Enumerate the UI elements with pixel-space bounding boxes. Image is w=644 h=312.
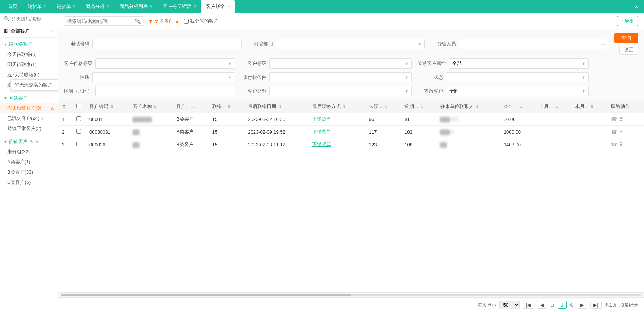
cell-checkbox[interactable] xyxy=(73,113,86,126)
settings-icon[interactable]: ⚙ xyxy=(62,104,66,109)
filter-region: 区域（地区） ··· xyxy=(64,86,235,96)
filter-dept-select[interactable]: ▼ xyxy=(276,39,425,49)
filter-region-label: 区域（地区） xyxy=(64,88,92,94)
tab-close-icon[interactable]: × xyxy=(193,4,196,9)
table-row: 1 000011 ██████ B类客户 15 2023-03-02 10:30… xyxy=(58,113,644,126)
contact-icon[interactable]: ☎ xyxy=(611,129,617,135)
sidebar-item-today-pending[interactable]: 今天待联络(0) xyxy=(0,49,58,60)
tab-close-icon[interactable]: × xyxy=(150,4,153,9)
cell-last-method[interactable]: 下销货单 xyxy=(309,113,365,126)
tab-close-icon[interactable]: × xyxy=(44,4,47,9)
cell-contact-person: ██ xyxy=(437,138,500,151)
last-page-button[interactable]: ▶| xyxy=(590,301,601,309)
cell-checkbox[interactable] xyxy=(73,138,86,151)
search-submit-icon[interactable]: 🔍 xyxy=(134,18,141,24)
my-customers-checkbox[interactable] xyxy=(184,19,189,24)
cell-code: 000026 xyxy=(86,138,129,151)
sidebar-item-declining[interactable]: 持续下滑客户(2) ? xyxy=(0,123,58,134)
filter-customer-level-select[interactable]: ▼ xyxy=(269,58,412,69)
more-actions-icon[interactable]: ⠿ xyxy=(619,116,623,122)
th-checkbox[interactable] xyxy=(73,100,86,113)
tab-customer-contact[interactable]: 客户联络 × xyxy=(201,0,235,13)
sidebar-item-7days-pending[interactable]: 近7天待联络(0) xyxy=(0,70,58,80)
sidebar-all-customers[interactable]: ⊞ 全部客户 « xyxy=(0,25,58,38)
filter-person-select[interactable]: ··· xyxy=(459,39,608,49)
window-close-button[interactable]: × xyxy=(632,2,641,11)
filter-customer-type: 客户类型 ▼ xyxy=(241,86,412,96)
tab-close-icon[interactable]: × xyxy=(227,4,230,9)
prev-page-button[interactable]: ◀ xyxy=(537,301,547,309)
cell-this-month xyxy=(572,126,607,138)
sidebar-item-churn-warning[interactable]: 流失预警客户(3) ⚠ xyxy=(0,103,58,113)
tab-close-icon[interactable]: × xyxy=(73,4,76,9)
tab-purchase-order[interactable]: 进货单 × xyxy=(52,0,81,13)
more-conditions-btn[interactable]: ▼ 更多条件 ▲ xyxy=(148,18,180,24)
cell-unlisted: 117 xyxy=(365,126,401,138)
th-contact-count: 联络... ⇅ xyxy=(209,100,244,113)
sidebar-group-pending-title[interactable]: ▼ 待联络客户 xyxy=(0,39,58,49)
settings-button[interactable]: 设置 xyxy=(619,45,638,55)
cell-last-method[interactable]: 下销货单 xyxy=(309,126,365,138)
query-button[interactable]: 查询 xyxy=(614,33,638,43)
filter-customer-type-select[interactable]: ▼ xyxy=(269,86,412,96)
sidebar-item-churned[interactable]: 已流失客户(24) ? xyxy=(0,113,58,123)
sidebar-item-ungrouped[interactable]: 未分组(32) xyxy=(0,147,58,157)
sidebar-group-problem-title[interactable]: ▼ 问题客户 xyxy=(0,93,58,103)
scrollbar-track[interactable] xyxy=(61,294,641,296)
first-page-button[interactable]: |◀ xyxy=(523,301,534,309)
filter-zero-attr-select[interactable]: 全部 ▼ xyxy=(449,58,589,69)
my-customers-filter[interactable]: 我分管的客户 xyxy=(184,18,218,24)
tab-product-analysis-list[interactable]: 商品分析列表 × xyxy=(114,0,158,13)
chevron-down-icon: ▼ xyxy=(4,96,7,100)
tab-product-analysis[interactable]: 商品分析 × xyxy=(81,0,114,13)
cell-checkbox[interactable] xyxy=(73,126,86,138)
more-icon[interactable]: ··· xyxy=(601,41,605,47)
filter-region-input[interactable]: ··· xyxy=(95,86,235,96)
scrollbar-thumb[interactable] xyxy=(61,294,351,296)
next-page-button[interactable]: ▶ xyxy=(577,301,587,309)
more-icon[interactable]: ··· xyxy=(228,89,232,94)
filter-payment-select[interactable]: ▼ xyxy=(269,72,412,82)
filter-zero-customer-select[interactable]: 全部 ▼ xyxy=(446,86,589,96)
cell-this-year: 1000.00 xyxy=(500,126,536,138)
sort-icon: ⇅ xyxy=(154,105,157,109)
sidebar-search-input[interactable] xyxy=(11,16,54,22)
filter-gender-select[interactable]: ▼ xyxy=(92,72,235,82)
tab-close-icon[interactable]: × xyxy=(107,4,109,9)
sidebar-item-tomorrow-pending[interactable]: 明天待联络(1) xyxy=(0,60,58,70)
search-input[interactable] xyxy=(67,19,133,24)
filter-price-level-select[interactable]: ▼ xyxy=(95,58,235,69)
filter-phone-label: 电话号码 xyxy=(64,41,89,47)
refresh-icon[interactable]: ↻ xyxy=(30,139,34,145)
export-button[interactable]: ↑ 导出 xyxy=(617,16,639,26)
more-actions-icon[interactable]: ⠿ xyxy=(619,129,623,135)
row-checkbox[interactable] xyxy=(76,142,81,146)
filter-row-3: 性质 ▼ 收付款条件 ▼ 状态 xyxy=(64,72,638,82)
filter-status-select[interactable]: ▼ xyxy=(446,72,589,82)
sidebar-group-value-title[interactable]: ▼ 价值客户 ↻ ✏ xyxy=(0,137,58,147)
horizontal-scrollbar[interactable] xyxy=(58,292,644,297)
edit-icon[interactable]: ✏ xyxy=(35,139,39,145)
filter-phone-input[interactable] xyxy=(92,39,242,49)
pagination-bar: 每页显示 50 100 |◀ ◀ 页 1 页 ▶ ▶| 共1页，3条记录 xyxy=(58,297,644,312)
sidebar-item-class-c[interactable]: C类客户(6) xyxy=(0,177,58,187)
tab-customer-tier[interactable]: 客户分层经营 × xyxy=(158,0,201,13)
per-page-select[interactable]: 50 100 xyxy=(499,301,520,309)
cell-type: B类客户 xyxy=(173,126,208,138)
tab-home[interactable]: 首页 xyxy=(3,0,23,13)
cell-name: ██ xyxy=(129,138,173,151)
question-icon: ? xyxy=(41,116,44,121)
select-all-checkbox[interactable] xyxy=(76,104,81,108)
tab-sales-order[interactable]: 销货单 × xyxy=(23,0,52,13)
contact-icon[interactable]: ☎ xyxy=(611,116,617,122)
sidebar-item-class-a[interactable]: A类客户(1) xyxy=(0,157,58,167)
contact-icon[interactable]: ☎ xyxy=(611,142,617,147)
cell-last-method[interactable]: 下销货单 xyxy=(309,138,365,151)
sidebar-item-class-b[interactable]: B类客户(33) xyxy=(0,167,58,177)
th-settings[interactable]: ⚙ xyxy=(58,100,73,113)
more-actions-icon[interactable]: ⠿ xyxy=(619,142,623,147)
per-page-label: 每页显示 xyxy=(478,302,496,308)
row-checkbox[interactable] xyxy=(76,129,81,134)
row-checkbox[interactable] xyxy=(76,116,81,121)
sidebar-collapse-btn[interactable]: « xyxy=(52,29,54,34)
